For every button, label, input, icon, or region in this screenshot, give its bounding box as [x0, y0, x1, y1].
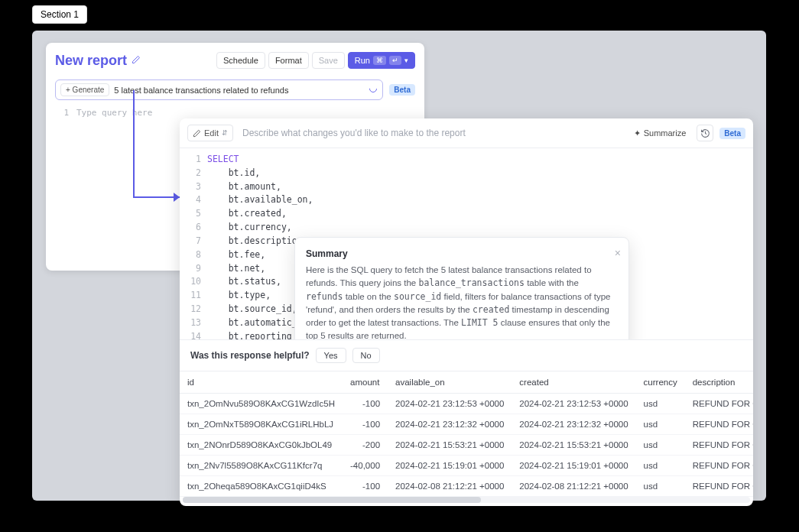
table-cell: 2024-02-21 15:19:01 +0000: [512, 456, 635, 476]
table-cell: 2024-02-21 23:12:53 +0000: [388, 394, 512, 414]
table-cell: -200: [343, 435, 388, 456]
table-cell: -100: [343, 476, 388, 497]
horizontal-scrollbar[interactable]: [183, 497, 750, 503]
feedback-yes-button[interactable]: Yes: [316, 348, 346, 363]
page-title: New report: [55, 53, 141, 69]
table-cell: -100: [343, 414, 388, 435]
generate-button[interactable]: + Generate: [60, 83, 109, 96]
table-cell: REFUND FOR CHARGE: [685, 394, 753, 414]
history-icon: [700, 128, 710, 138]
summary-body: Here is the SQL query to fetch the 5 lat…: [306, 264, 618, 339]
format-button-label: Format: [275, 56, 302, 65]
summarize-button-label: Summarize: [644, 128, 687, 138]
summary-code: refunds: [306, 291, 343, 302]
page-title-text: New report: [55, 53, 127, 69]
table-cell: txn_2OmNxT589O8KAxCG1iRLHbLJ: [180, 414, 343, 435]
sparkle-icon: ✦: [634, 128, 641, 138]
table-cell: REFUND FOR CHARGE (Subscription updat: [685, 435, 753, 456]
scrollbar-thumb[interactable]: [183, 497, 481, 503]
feedback-no-button[interactable]: No: [352, 348, 380, 363]
table-cell: REFUND FOR CHARGE: [685, 414, 753, 435]
table-cell: -100: [343, 394, 388, 414]
section-tab[interactable]: Section 1: [32, 5, 87, 24]
sql-gutter: 123456789101112131415161718: [180, 153, 207, 339]
summary-text: table with the: [525, 278, 579, 287]
results-table-wrap: idamountavailable_oncreatedcurrencydescr…: [180, 371, 753, 506]
edit-title-icon[interactable]: [132, 55, 141, 66]
close-icon[interactable]: ×: [615, 245, 621, 261]
prompt-box[interactable]: + Generate 5 latest balance transactions…: [55, 79, 383, 100]
summary-title: Summary: [306, 247, 618, 261]
prompt-input[interactable]: 5 latest balance transactions related to…: [114, 86, 364, 95]
column-header[interactable]: available_on: [388, 371, 512, 394]
prompt-row: + Generate 5 latest balance transactions…: [55, 79, 415, 100]
results-toolbar: Edit ⇵ Describe what changes you'd like …: [180, 118, 753, 148]
summary-text: table on the: [343, 292, 394, 301]
chevron-down-icon[interactable]: ▾: [404, 57, 408, 64]
run-kbd1: ⌘: [373, 56, 386, 65]
history-button[interactable]: [697, 125, 713, 141]
table-cell: 2024-02-08 21:12:21 +0000: [512, 476, 635, 497]
run-button[interactable]: Run ⌘ ↵ ▾: [348, 52, 415, 69]
table-cell: usd: [636, 476, 685, 497]
generate-button-label: + Generate: [66, 86, 104, 94]
summary-code: LIMIT 5: [461, 317, 498, 328]
table-cell: txn_2Oheqa589O8KAxCG1qiiD4kS: [180, 476, 343, 497]
table-cell: REFUND FOR CHARGE (Payment for Invoice: [685, 456, 753, 476]
table-cell: 2024-02-08 21:12:21 +0000: [388, 476, 512, 497]
beta-badge: Beta: [389, 84, 415, 96]
table-cell: usd: [636, 414, 685, 435]
edit-button[interactable]: Edit ⇵: [187, 125, 233, 141]
editor-placeholder: Type query here: [76, 108, 152, 118]
column-header[interactable]: currency: [636, 371, 685, 394]
save-button: Save: [312, 52, 345, 69]
save-button-label: Save: [319, 56, 338, 65]
edit-prompt-input[interactable]: Describe what changes you'd like to make…: [239, 125, 623, 141]
svg-point-0: [370, 86, 377, 92]
table-row[interactable]: txn_2Nv7l5589O8KAxCG11Kfcr7q-40,0002024-…: [180, 456, 753, 476]
schedule-button[interactable]: Schedule: [216, 52, 265, 69]
format-button[interactable]: Format: [268, 52, 309, 69]
table-cell: 2024-02-21 23:12:53 +0000: [512, 394, 635, 414]
column-header[interactable]: amount: [343, 371, 388, 394]
summary-code: balance_transactions: [418, 277, 524, 288]
schedule-button-label: Schedule: [223, 56, 258, 65]
table-header-row: idamountavailable_oncreatedcurrencydescr…: [180, 371, 753, 394]
table-body: txn_2OmNvu589O8KAxCG1WzdIc5H-1002024-02-…: [180, 394, 753, 497]
table-cell: 2024-02-21 23:12:32 +0000: [512, 414, 635, 435]
column-header[interactable]: description: [685, 371, 753, 394]
table-cell: txn_2Nv7l5589O8KAxCG11Kfcr7q: [180, 456, 343, 476]
feedback-yes-label: Yes: [324, 351, 338, 360]
table-cell: -40,000: [343, 456, 388, 476]
edit-button-label: Edit: [204, 128, 219, 138]
table-cell: 2024-02-21 15:53:21 +0000: [512, 435, 635, 456]
feedback-no-label: No: [361, 351, 372, 360]
feedback-question: Was this response helpful?: [190, 350, 310, 361]
table-cell: 2024-02-21 15:53:21 +0000: [388, 435, 512, 456]
column-header[interactable]: created: [512, 371, 635, 394]
table-cell: txn_2OmNvu589O8KAxCG1WzdIc5H: [180, 394, 343, 414]
table-row[interactable]: txn_2NOnrD589O8KAxCG0kJbOL49-2002024-02-…: [180, 435, 753, 456]
table-cell: usd: [636, 456, 685, 476]
report-actions: Schedule Format Save Run ⌘ ↵ ▾: [216, 52, 415, 69]
sort-icon: ⇵: [222, 129, 228, 137]
table-cell: txn_2NOnrD589O8KAxCG0kJbOL49: [180, 435, 343, 456]
table-row[interactable]: txn_2OmNxT589O8KAxCG1iRLHbLJ-1002024-02-…: [180, 414, 753, 435]
column-header[interactable]: id: [180, 371, 343, 394]
pencil-icon: [193, 129, 201, 138]
section-tab-label: Section 1: [41, 9, 79, 20]
table-cell: usd: [636, 435, 685, 456]
summary-code: created: [473, 304, 509, 315]
summary-code: source_id: [394, 291, 441, 302]
sql-editor[interactable]: 123456789101112131415161718 SELECT bt.id…: [180, 148, 753, 339]
query-editor[interactable]: 1 Type query here: [55, 108, 415, 118]
table-row[interactable]: txn_2Oheqa589O8KAxCG1qiiD4kS-1002024-02-…: [180, 476, 753, 497]
results-card: Edit ⇵ Describe what changes you'd like …: [180, 118, 753, 506]
run-button-label: Run: [355, 56, 370, 65]
run-kbd2: ↵: [389, 56, 401, 65]
table-row[interactable]: txn_2OmNvu589O8KAxCG1WzdIc5H-1002024-02-…: [180, 394, 753, 414]
table-cell: 2024-02-21 23:12:32 +0000: [388, 414, 512, 435]
beta-badge: Beta: [719, 128, 745, 139]
summarize-button[interactable]: ✦ Summarize: [629, 125, 691, 141]
editor-gutter: 1: [55, 108, 69, 118]
